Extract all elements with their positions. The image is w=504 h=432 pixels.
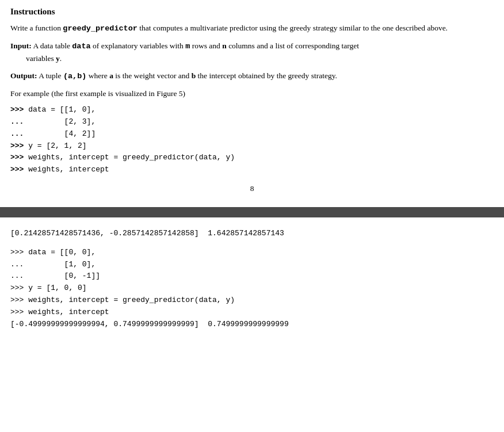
- code-line-b2: ... [1, 0],: [10, 259, 494, 271]
- code-line-2: ... [2, 3],: [10, 116, 494, 128]
- code-line-5: >>> weights, intercept = greedy_predicto…: [10, 152, 494, 164]
- code-line-b6: >>> weights, intercept: [10, 307, 494, 319]
- input-paragraph: Input: A data table data of explanatory …: [10, 40, 494, 64]
- output-paragraph: Output: A tuple (a,b) where a is the wei…: [10, 70, 494, 82]
- code-line-6: >>> weights, intercept: [10, 164, 494, 176]
- page-number: 8: [10, 184, 494, 193]
- example-text: For example (the first example is visual…: [10, 88, 494, 100]
- top-section: Instructions Write a function greedy_pre…: [0, 0, 504, 207]
- code-line-b4: >>> y = [1, 0, 0]: [10, 282, 494, 295]
- page-container: Instructions Write a function greedy_pre…: [0, 0, 504, 432]
- code-block-2: >>> data = [[0, 0], ... [1, 0], ... [0, …: [10, 247, 494, 331]
- code-line-3: ... [4, 2]]: [10, 128, 494, 140]
- intro-paragraph: Write a function greedy_predictor that c…: [10, 22, 494, 35]
- code-line-b5: >>> weights, intercept = greedy_predicto…: [10, 295, 494, 307]
- result-line-1: [0.21428571428571436, -0.285714285714285…: [10, 228, 494, 240]
- divider-bar: [0, 207, 504, 217]
- code-line-b3: ... [0, -1]]: [10, 270, 494, 282]
- instructions-title: Instructions: [10, 7, 494, 17]
- bottom-section: [0.21428571428571436, -0.285714285714285…: [0, 217, 504, 432]
- code-line-1: >>> data = [[1, 0],: [10, 104, 494, 116]
- code-line-b1: >>> data = [[0, 0],: [10, 247, 494, 259]
- code-line-b7: [-0.49999999999999994, 0.749999999999999…: [10, 319, 494, 331]
- code-line-4: >>> y = [2, 1, 2]: [10, 140, 494, 152]
- code-block-1: >>> data = [[1, 0], ... [2, 3], ... [4, …: [10, 104, 494, 176]
